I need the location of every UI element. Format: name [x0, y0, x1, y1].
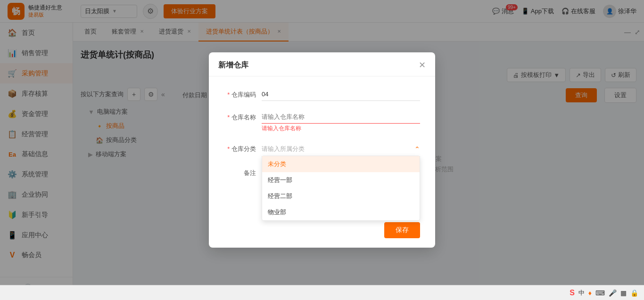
dropdown-item-property[interactable]: 物业部: [262, 204, 420, 220]
taskbar: S 中 ♦ ⌨ 🎤 ▦ 🔒: [0, 285, 644, 300]
taskbar-dot-icon: ♦: [588, 289, 592, 297]
dialog-footer: 保存: [209, 217, 435, 248]
dialog-header: 新增仓库 ✕: [209, 52, 435, 76]
name-error-msg: 请输入仓库名称: [262, 125, 420, 133]
warehouse-name-row: * 仓库名称 请输入仓库名称: [224, 110, 420, 133]
category-dropdown: 未分类 经营一部 经营二部 物业部: [262, 156, 420, 221]
dropdown-item-ops2[interactable]: 经营二部: [262, 188, 420, 204]
code-field: [262, 88, 420, 101]
warehouse-code-input[interactable]: [262, 88, 420, 101]
note-label: 备注: [224, 166, 262, 177]
category-required-icon: *: [227, 145, 230, 152]
modal-overlay[interactable]: 新增仓库 ✕ * 仓库编码 * 仓库名称: [0, 0, 644, 300]
name-field: 请输入仓库名称: [262, 110, 420, 133]
category-field: 请输入所属分类 ⌃: [262, 142, 420, 157]
save-button[interactable]: 保存: [384, 222, 420, 238]
taskbar-lock-icon[interactable]: 🔒: [630, 289, 638, 297]
code-required-icon: *: [227, 91, 230, 98]
category-arrow-icon: ⌃: [414, 145, 420, 153]
warehouse-code-row: * 仓库编码: [224, 88, 420, 101]
category-label: * 仓库分类: [224, 142, 262, 153]
taskbar-grid-icon[interactable]: ▦: [620, 289, 627, 297]
dialog-body: * 仓库编码 * 仓库名称 请输入仓库名称: [209, 76, 435, 217]
new-warehouse-dialog: 新增仓库 ✕ * 仓库编码 * 仓库名称: [209, 52, 435, 248]
dropdown-item-uncategorized[interactable]: 未分类: [262, 156, 420, 172]
warehouse-category-row: * 仓库分类 请输入所属分类 ⌃ 未分类 经营一部 经营二部 物业部: [224, 142, 420, 157]
name-required-icon: *: [227, 114, 230, 121]
dropdown-item-ops1[interactable]: 经营一部: [262, 172, 420, 188]
dialog-close-button[interactable]: ✕: [419, 60, 426, 70]
dialog-title: 新增仓库: [218, 60, 248, 70]
category-placeholder: 请输入所属分类: [262, 145, 305, 153]
name-label: * 仓库名称: [224, 110, 262, 122]
code-label: * 仓库编码: [224, 88, 262, 99]
taskbar-s-icon: S: [570, 289, 575, 297]
warehouse-name-input[interactable]: [262, 110, 420, 124]
category-select[interactable]: 请输入所属分类 ⌃: [262, 142, 420, 157]
taskbar-mic-icon[interactable]: 🎤: [609, 289, 617, 297]
taskbar-lang-icon[interactable]: 中: [578, 289, 585, 297]
taskbar-keyboard-icon[interactable]: ⌨: [595, 289, 605, 297]
